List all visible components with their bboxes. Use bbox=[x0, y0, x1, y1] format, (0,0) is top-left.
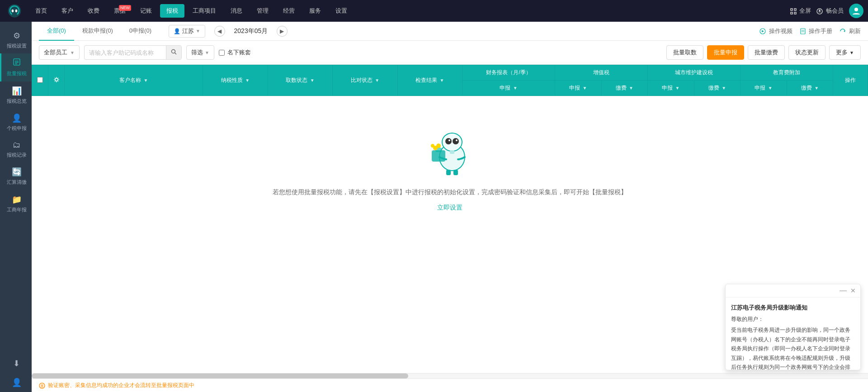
nav-client[interactable]: 客户 bbox=[55, 4, 80, 18]
batch-fetch-button[interactable]: 批量取数 bbox=[666, 45, 703, 60]
city-pay-filter-icon[interactable]: ▼ bbox=[722, 86, 726, 91]
nav-service[interactable]: 服务 bbox=[303, 4, 327, 18]
sidebar-item-annual-report[interactable]: 📁 工商年报 bbox=[0, 190, 32, 217]
vat-declare-filter-icon[interactable]: ▼ bbox=[582, 86, 587, 91]
batch-declare-button[interactable]: 批量申报 bbox=[707, 45, 744, 60]
tax-overview-icon: 📊 bbox=[12, 86, 22, 96]
tab-tax-declare[interactable]: 税款申报(0) bbox=[74, 22, 121, 41]
sidebar: ⚙ 报税设置 批量报税 📊 报税总览 👤 个税申报 🗂 报税记录 bbox=[0, 22, 32, 392]
th-settings-col bbox=[48, 65, 65, 96]
svg-rect-10 bbox=[14, 59, 20, 65]
th-vat-group: 增值税 bbox=[555, 65, 647, 81]
sub-account-checkbox[interactable] bbox=[219, 50, 225, 56]
date-next-btn[interactable]: ▶ bbox=[277, 26, 288, 37]
notification-close-btn[interactable]: ✕ bbox=[850, 287, 856, 294]
notification-greeting: 尊敬的用户： bbox=[731, 315, 855, 324]
vat-pay-filter-icon[interactable]: ▼ bbox=[629, 86, 633, 91]
search-icon bbox=[171, 49, 177, 55]
user-avatar[interactable] bbox=[849, 4, 863, 18]
notification-minimize-btn[interactable]: — bbox=[840, 287, 847, 294]
client-filter-icon[interactable]: ▼ bbox=[143, 78, 148, 83]
svg-marker-19 bbox=[844, 30, 845, 32]
operation-video-link[interactable]: 操作视频 bbox=[760, 27, 793, 35]
th-fin-declare: 申报 ▼ bbox=[462, 81, 555, 96]
nav-home[interactable]: 首页 bbox=[29, 4, 53, 18]
refresh-link[interactable]: 刷新 bbox=[840, 27, 861, 35]
member-btn[interactable]: 畅会员 bbox=[816, 7, 844, 15]
new-badge: NEW bbox=[119, 5, 131, 11]
svg-rect-3 bbox=[791, 9, 793, 10]
svg-rect-5 bbox=[791, 12, 793, 14]
nav-message[interactable]: 消息 bbox=[224, 4, 249, 18]
profile-icon: 👤 bbox=[12, 378, 22, 387]
date-prev-btn[interactable]: ◀ bbox=[214, 26, 225, 37]
nav-settings[interactable]: 设置 bbox=[329, 4, 354, 18]
nav-invoice[interactable]: 票据 NEW bbox=[108, 4, 132, 18]
edu-pay-filter-icon[interactable]: ▼ bbox=[814, 86, 819, 91]
notification-title: 江苏电子税务局升级影响通知 bbox=[731, 303, 855, 313]
sidebar-item-tax-settings[interactable]: ⚙ 报税设置 bbox=[0, 26, 32, 53]
sidebar-item-tax-overview[interactable]: 📊 报税总览 bbox=[0, 81, 32, 109]
annual-report-icon: 📁 bbox=[12, 195, 22, 205]
tab-all[interactable]: 全部(0) bbox=[39, 22, 74, 41]
svg-marker-15 bbox=[762, 30, 764, 33]
filter-arrow-icon: ▼ bbox=[205, 50, 209, 55]
tab-zero-declare[interactable]: 0申报(0) bbox=[121, 22, 160, 41]
toolbar: 全部员工 ▼ 筛选 ▼ 名下账套 bbox=[32, 41, 868, 65]
batch-pay-button[interactable]: 批量缴费 bbox=[748, 45, 785, 60]
tax-type-filter-icon[interactable]: ▼ bbox=[245, 78, 250, 83]
select-all-checkbox[interactable] bbox=[37, 77, 43, 83]
tab-header-row: 全部(0) 税款申报(0) 0申报(0) 👤 江苏 ▼ ◀ bbox=[32, 22, 868, 41]
sidebar-item-profile[interactable]: 👤 bbox=[0, 373, 32, 392]
employee-select[interactable]: 全部员工 ▼ bbox=[39, 45, 80, 60]
nav-fee[interactable]: 收费 bbox=[81, 4, 106, 18]
notification-header: — ✕ bbox=[726, 284, 860, 297]
filter-button[interactable]: 筛选 ▼ bbox=[186, 45, 214, 60]
more-arrow-icon: ▼ bbox=[849, 50, 854, 55]
more-button[interactable]: 更多 ▼ bbox=[829, 45, 861, 60]
sidebar-item-batch-tax[interactable]: 批量报税 bbox=[0, 53, 32, 81]
th-edu-declare: 申报 ▼ bbox=[741, 81, 787, 96]
nav-tax[interactable]: 报税 bbox=[160, 4, 184, 18]
sidebar-item-annual-settlement[interactable]: 🔄 汇算清缴 bbox=[0, 163, 32, 190]
svg-point-1 bbox=[12, 10, 14, 12]
th-city-construction-group: 城市维护建设税 bbox=[648, 65, 741, 81]
top-navigation: 首页 客户 收费 票据 NEW 记账 报税 工商项目 消息 管理 经营 服务 设… bbox=[0, 0, 868, 22]
setup-link[interactable]: 立即设置 bbox=[437, 204, 462, 212]
status-update-button[interactable]: 状态更新 bbox=[788, 45, 826, 60]
sidebar-label-tax-records: 报税记录 bbox=[7, 152, 27, 158]
app-logo[interactable] bbox=[5, 1, 24, 21]
empty-state: 若您想使用批量报税功能，请先在【报税设置】中进行报税的初始化设置，完成密码验证和… bbox=[32, 96, 868, 239]
nav-business[interactable]: 工商项目 bbox=[186, 4, 222, 18]
sub-account-checkbox-label[interactable]: 名下账套 bbox=[219, 48, 251, 57]
province-selector[interactable]: 👤 江苏 ▼ bbox=[169, 25, 205, 38]
sidebar-item-download[interactable]: ⬇ bbox=[0, 354, 32, 373]
nav-manage[interactable]: 管理 bbox=[250, 4, 275, 18]
th-tax-type: 纳税性质 ▼ bbox=[203, 65, 268, 96]
operation-manual-link[interactable]: 操作手册 bbox=[800, 27, 833, 35]
annual-settlement-icon: 🔄 bbox=[12, 167, 22, 177]
fetch-filter-icon[interactable]: ▼ bbox=[310, 78, 315, 83]
nav-accounting[interactable]: 记账 bbox=[134, 4, 158, 18]
sidebar-item-personal-tax[interactable]: 👤 个税申报 bbox=[0, 109, 32, 136]
horizontal-scrollbar[interactable] bbox=[32, 373, 868, 378]
search-button[interactable] bbox=[166, 46, 181, 59]
svg-point-27 bbox=[448, 139, 450, 141]
fullscreen-btn[interactable]: 全屏 bbox=[790, 7, 811, 15]
svg-point-35 bbox=[436, 143, 441, 148]
svg-line-21 bbox=[175, 53, 176, 55]
warning-icon bbox=[39, 382, 45, 389]
check-filter-icon[interactable]: ▼ bbox=[440, 78, 444, 83]
search-input[interactable] bbox=[85, 48, 166, 58]
city-declare-filter-icon[interactable]: ▼ bbox=[675, 86, 680, 91]
sidebar-item-tax-records[interactable]: 🗂 报税记录 bbox=[0, 136, 32, 163]
sidebar-label-tax-overview: 报税总览 bbox=[7, 98, 27, 104]
top-nav-right: 全屏 畅会员 bbox=[790, 4, 863, 18]
edu-declare-filter-icon[interactable]: ▼ bbox=[768, 86, 773, 91]
fin-declare-filter-icon[interactable]: ▼ bbox=[513, 86, 518, 91]
scrollbar-thumb[interactable] bbox=[32, 373, 408, 378]
sidebar-label-personal-tax: 个税申报 bbox=[7, 125, 27, 131]
th-operation: 操作 bbox=[833, 65, 868, 96]
compare-filter-icon[interactable]: ▼ bbox=[375, 78, 379, 83]
nav-operation[interactable]: 经营 bbox=[277, 4, 301, 18]
